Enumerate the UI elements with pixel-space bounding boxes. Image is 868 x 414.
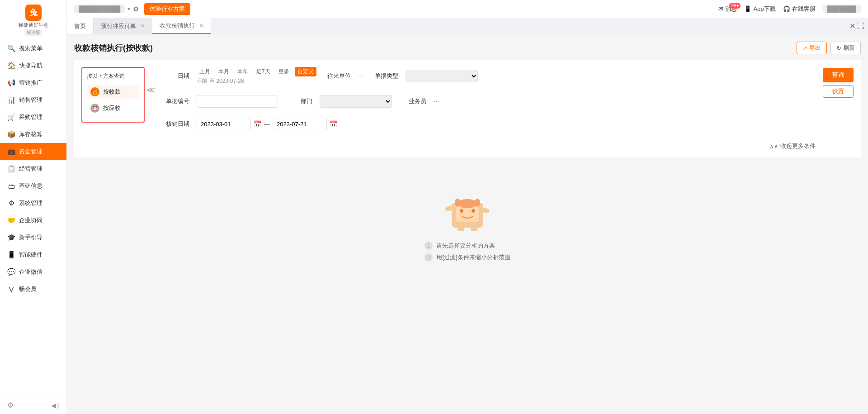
query-button[interactable]: 查询 — [823, 68, 854, 82]
nav-icon-inventory: 📦 — [7, 130, 15, 138]
empty-text-block: 1 请先选择要分析的方案 2 用[过滤]条件来缩小分析范围 — [425, 242, 510, 262]
sidebar-item-smart-hw[interactable]: 📱智能硬件 — [0, 246, 66, 263]
topbar-arrow-icon[interactable]: ▾ — [127, 6, 130, 12]
tabbar: 首页 预付冲应付单 ✕ 收款核销执行 ✕ ✕ ⛶ — [67, 18, 868, 34]
date-7days-btn[interactable]: 近7天 — [254, 67, 273, 76]
receipt-label: 按收款 — [103, 88, 121, 96]
topbar-message[interactable]: ✉ 消息 99+ — [718, 5, 737, 13]
sidebar-toggle-btn[interactable]: ≪ — [146, 85, 155, 95]
verify-date-end-calendar-icon[interactable]: 📅 — [330, 120, 337, 128]
verify-date-start-calendar-icon[interactable]: 📅 — [254, 120, 261, 128]
sidebar-item-finance[interactable]: 💼资金管理 — [0, 143, 66, 160]
sidebar-item-inventory[interactable]: 📦库存核算 — [0, 126, 66, 143]
filter-row-2: 单据编号 部门 业务员 ··· — [162, 95, 816, 108]
tab-receipt-cancel[interactable]: 收款核销执行 ✕ — [152, 18, 211, 34]
sidebar-item-corp-collab[interactable]: 🤝企业协同 — [0, 212, 66, 229]
nav-icon-wechat-work: 💬 — [7, 268, 15, 276]
collapse-more-btn[interactable]: ∧∧ 收起更多条件 — [769, 142, 816, 150]
export-button[interactable]: ↗ 导出 — [797, 42, 827, 54]
tab-receipt-close-icon[interactable]: ✕ — [199, 23, 203, 29]
dept-label: 部门 — [285, 97, 312, 105]
sidebar-item-search-menu[interactable]: 🔍搜索菜单 — [0, 40, 66, 57]
nav-icon-search-menu: 🔍 — [7, 44, 15, 52]
tab-expand-btn[interactable]: ⛶ — [857, 22, 864, 30]
tab-prepay[interactable]: 预付冲应付单 ✕ — [94, 18, 152, 34]
topbar: ██████████ ▾ ⚙ 体验行业方案 ✉ 消息 99+ 📱 App下载 🎧… — [67, 0, 868, 18]
filter-by-receivable[interactable]: ⏰ 按应收 — [87, 101, 139, 115]
topbar-gear-icon[interactable]: ⚙ — [133, 5, 139, 13]
app-label: App下载 — [753, 5, 775, 13]
sidebar-item-wechat-work[interactable]: 💬企业微信 — [0, 263, 66, 281]
receivable-label: 按应收 — [103, 104, 121, 112]
nav-icon-marketing: 📢 — [7, 79, 15, 87]
sidebar-item-sys-admin[interactable]: ⚙系统管理 — [0, 195, 66, 212]
sidebar-nav: 🔍搜索菜单🏠快捷导航📢营销推广📊销售管理🛒采购管理📦库存核算💼资金管理📋经营管理… — [0, 40, 66, 396]
topbar-online-service[interactable]: 🎧 在线客服 — [783, 5, 816, 13]
main-area: ██████████ ▾ ⚙ 体验行业方案 ✉ 消息 99+ 📱 App下载 🎧… — [67, 0, 868, 414]
nav-label-sales: 销售管理 — [19, 96, 42, 104]
app-icon: 📱 — [744, 5, 751, 12]
sidebar-item-basic-info[interactable]: 🗃基础信息 — [0, 177, 66, 195]
page-header: 收款核销执行(按收款) ↗ 导出 ↻ 刷新 — [74, 42, 861, 54]
staff-input[interactable]: ··· — [434, 97, 439, 105]
doc-no-input[interactable] — [197, 95, 278, 108]
nav-label-corp-collab: 企业协同 — [19, 216, 42, 224]
date-this-month-btn[interactable]: 本月 — [216, 67, 232, 76]
sidebar-item-purchase[interactable]: 🛒采购管理 — [0, 109, 66, 126]
export-icon: ↗ — [802, 45, 807, 52]
empty-illustration — [440, 185, 495, 234]
sidebar-item-marketing[interactable]: 📢营销推广 — [0, 74, 66, 91]
date-to-label: 至 2023-07-26 — [209, 77, 244, 85]
empty-step-1: 1 请先选择要分析的方案 — [425, 242, 510, 250]
app-logo: 兔 畅捷通好生意 标准版 — [0, 0, 66, 40]
sidebar-item-operation[interactable]: 📋经营管理 — [0, 160, 66, 177]
filter-by-receipt[interactable]: 💰 按收款 — [87, 85, 139, 99]
sidebar-item-vip[interactable]: V畅会员 — [0, 281, 66, 298]
staff-label: 业务员 — [399, 97, 426, 105]
page-title: 收款核销执行(按收款) — [74, 43, 153, 53]
tab-home[interactable]: 首页 — [67, 18, 94, 34]
sidebar-bottom: ⚙ ◀‖ — [0, 396, 66, 414]
sidebar-item-guide[interactable]: 🎓新手引导 — [0, 229, 66, 246]
sidebar-collapse-btn[interactable]: ◀‖ — [51, 402, 59, 409]
page-actions: ↗ 导出 ↻ 刷新 — [797, 42, 861, 54]
settings-icon[interactable]: ⚙ — [7, 401, 14, 409]
topbar-app-download[interactable]: 📱 App下载 — [744, 5, 775, 13]
counterpart-label: 往来单位 — [324, 72, 351, 80]
nav-label-basic-info: 基础信息 — [19, 182, 42, 190]
svg-rect-5 — [471, 227, 477, 231]
date-last-month-btn[interactable]: 上月 — [197, 67, 213, 76]
refresh-label: 刷新 — [843, 44, 855, 52]
dept-select[interactable] — [320, 95, 392, 108]
nav-icon-corp-collab: 🤝 — [7, 216, 15, 224]
receivable-icon: ⏰ — [90, 104, 99, 113]
filter-sidebar: 按以下方案查询 💰 按收款 ⏰ 按应收 — [81, 67, 145, 123]
date-this-year-btn[interactable]: 本年 — [235, 67, 251, 76]
topbar-user: ███████ — [823, 5, 861, 13]
svg-point-10 — [475, 199, 480, 207]
tab-close-all-btn[interactable]: ✕ — [849, 22, 855, 30]
filter-form: 日期 上月 本月 本年 近7天 更多 自定义 不限 至 2023-07-26 — [162, 67, 816, 150]
svg-point-9 — [455, 199, 460, 207]
verify-date-range: 📅 — 📅 — [197, 118, 337, 130]
sidebar-item-quick-nav[interactable]: 🏠快捷导航 — [0, 57, 66, 74]
industry-plan-button[interactable]: 体验行业方案 — [144, 3, 190, 15]
filter-row-3: 核销日期 📅 — 📅 — [162, 118, 816, 130]
doc-no-label: 单据编号 — [162, 97, 189, 105]
svg-rect-4 — [458, 227, 464, 231]
setting-button[interactable]: 设置 — [823, 85, 854, 98]
nav-icon-purchase: 🛒 — [7, 113, 15, 121]
date-more-btn[interactable]: 更多 — [276, 67, 292, 76]
date-custom-btn[interactable]: 自定义 — [295, 67, 316, 76]
collapse-row: ∧∧ 收起更多条件 — [162, 140, 816, 150]
counterpart-input[interactable]: ··· — [358, 72, 364, 80]
refresh-button[interactable]: ↻ 刷新 — [830, 42, 861, 54]
tab-prepay-close-icon[interactable]: ✕ — [141, 23, 145, 29]
doc-type-select[interactable] — [406, 70, 478, 82]
date-dash: — — [264, 121, 270, 128]
verify-date-end-input[interactable] — [273, 118, 327, 130]
verify-date-start-input[interactable] — [197, 118, 251, 130]
nav-label-wechat-work: 企业微信 — [19, 268, 42, 276]
sidebar-item-sales[interactable]: 📊销售管理 — [0, 91, 66, 109]
date-quick-group: 上月 本月 本年 近7天 更多 自定义 不限 至 2023-07-26 — [197, 67, 316, 85]
